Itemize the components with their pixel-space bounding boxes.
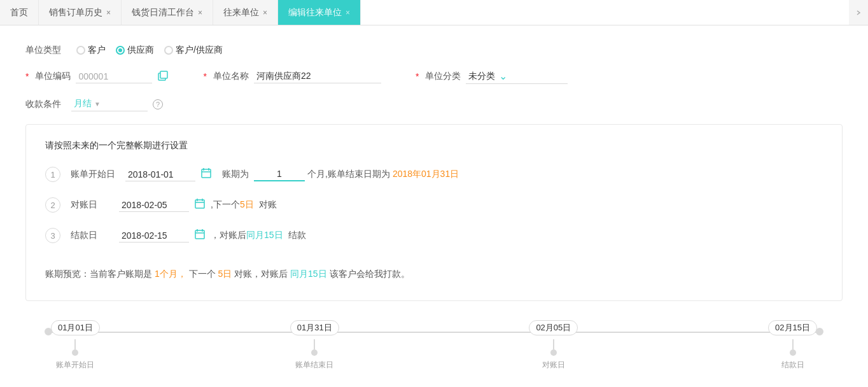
unit-type-field: 单位类型 [25, 45, 61, 56]
step-2-cal-icon[interactable] [194, 198, 206, 212]
step-3-date-input[interactable] [119, 229, 189, 243]
tab-more-chevron[interactable] [849, 0, 868, 25]
step-3-desc-highlight: 同月15日 [246, 230, 283, 241]
step-2-label: 对账日 [71, 199, 109, 211]
step-3-cal-icon[interactable] [194, 229, 206, 243]
unit-name-input[interactable] [254, 70, 381, 83]
svg-rect-10 [195, 230, 204, 239]
preview-mid2: 对账，对账后 [234, 269, 288, 279]
payment-chevron-icon: ▼ [94, 101, 101, 108]
unit-category-star: * [416, 71, 419, 81]
preview-suffix: 该客户会给我打款。 [330, 269, 410, 279]
tab-cash-work[interactable]: 钱货日清工作台 × [122, 0, 213, 25]
radio-customer[interactable]: 客户 [76, 45, 106, 56]
timeline-label-1: 账单开始日 [56, 360, 94, 370]
unit-name-star: * [203, 71, 206, 81]
unit-name-field: * 单位名称 [203, 70, 381, 83]
timeline-point-3: 02月05日 对账日 [529, 320, 578, 370]
step-1-period-unit: 个月,账单结束日期为 [307, 169, 390, 180]
preview-h1: 1个月， [155, 269, 186, 279]
preview-h2: 5日 [218, 269, 232, 279]
timeline-start-dot [45, 328, 52, 335]
timeline-end-dot [816, 328, 823, 335]
step-1-label: 账单开始日 [71, 169, 115, 180]
unit-code-field: * 单位编码 [25, 70, 169, 83]
step-1-date-input[interactable] [125, 168, 195, 181]
tab-sales-history-label: 销售订单历史 [49, 7, 102, 18]
tab-edit-partner-label: 编辑往来单位 [288, 7, 342, 18]
radio-supplier-label: 供应商 [127, 45, 154, 56]
timeline-point-1: 01月01日 账单开始日 [51, 320, 100, 370]
tab-partner[interactable]: 往来单位 × [213, 0, 278, 25]
step-1-period-end: 2018年01月31日 [393, 169, 459, 180]
step-2-row: 2 对账日 ,下一个 5日 对账 [45, 197, 823, 213]
step-2-desc-suffix: 对账 [259, 199, 277, 211]
svg-rect-6 [195, 200, 204, 208]
step-3-label: 结款日 [71, 230, 109, 241]
unit-category-field: * 单位分类 未分类 ⌄ [416, 69, 568, 84]
unit-code-input[interactable] [76, 70, 152, 83]
tab-edit-partner-close[interactable]: × [346, 8, 350, 17]
payment-select-value: 月结 [74, 98, 92, 109]
radio-supplier-circle [116, 46, 125, 55]
period-input[interactable] [254, 167, 305, 181]
radio-both[interactable]: 客户/供应商 [164, 45, 223, 56]
step-3-num: 3 [45, 228, 60, 243]
step-3-row: 3 结款日 ，对账后 同月15日 结款 [45, 228, 823, 243]
tab-partner-close[interactable]: × [263, 8, 267, 17]
timeline-badge-3: 02月05日 [529, 320, 578, 335]
unit-info-row: * 单位编码 * 单位名称 * 单位分类 未分类 ⌄ [25, 69, 843, 84]
help-icon[interactable]: ? [153, 99, 163, 109]
classify-arrow-icon: ⌄ [499, 70, 507, 82]
timeline-point-2: 01月31日 账单结束日 [290, 320, 339, 370]
timeline: 01月01日 账单开始日 01月31日 账单结束日 02月05日 [25, 314, 843, 377]
timeline-start-circle [45, 328, 52, 335]
copy-icon[interactable] [157, 70, 169, 83]
timeline-connector-2 [314, 339, 315, 349]
preview-mid: 下一个 [189, 269, 216, 279]
tab-edit-partner[interactable]: 编辑往来单位 × [278, 0, 361, 25]
section-box: 请按照未来的一个完整帐期进行设置 1 账单开始日 账期为 个月,账单结束日期为 … [25, 124, 843, 301]
tab-sales-history[interactable]: 销售订单历史 × [39, 0, 122, 25]
preview-h3: 同月15日 [290, 269, 327, 279]
tab-cash-work-label: 钱货日清工作台 [132, 7, 194, 18]
step-2-num: 2 [45, 197, 60, 213]
main-content: 单位类型 客户 供应商 客户/供应商 * 单位编码 [0, 25, 868, 387]
step-1-cal-icon[interactable] [200, 167, 212, 181]
timeline-label-2: 账单结束日 [295, 360, 333, 370]
tab-sales-history-close[interactable]: × [106, 8, 111, 17]
step-2-desc-highlight: 5日 [240, 199, 254, 211]
preview-prefix: 账期预览：当前客户账期是 [45, 269, 152, 279]
tab-home[interactable]: 首页 [0, 0, 39, 25]
payment-field: 收款条件 月结 ▼ ? [25, 97, 163, 111]
unit-category-select[interactable]: 未分类 ⌄ [466, 69, 568, 84]
unit-category-value: 未分类 [468, 71, 495, 82]
timeline-dot-3 [550, 349, 557, 356]
step-1-period-label: 账期为 [222, 169, 249, 180]
timeline-label-3: 对账日 [542, 360, 565, 370]
payment-select[interactable]: 月结 ▼ [71, 97, 148, 111]
preview-text: 账期预览：当前客户账期是 1个月， 下一个 5日 对账，对账后 同月15日 该客… [45, 258, 823, 285]
step-2-date-input[interactable] [119, 199, 189, 212]
timeline-badge-2: 01月31日 [290, 320, 339, 335]
step-3-desc-suffix: 结款 [288, 230, 306, 241]
timeline-dot-1 [72, 349, 78, 356]
unit-code-star: * [25, 71, 29, 81]
radio-group: 客户 供应商 客户/供应商 [76, 45, 223, 56]
step-2-desc-prefix: ,下一个 [211, 199, 240, 211]
timeline-dot-2 [311, 349, 318, 356]
unit-type-row: 单位类型 客户 供应商 客户/供应商 [25, 45, 843, 56]
section-title: 请按照未来的一个完整帐期进行设置 [45, 140, 823, 151]
tab-cash-work-close[interactable]: × [198, 8, 202, 17]
radio-both-label: 客户/供应商 [176, 45, 223, 56]
timeline-label-4: 结款日 [781, 360, 804, 370]
radio-customer-circle [76, 46, 85, 55]
radio-supplier[interactable]: 供应商 [116, 45, 154, 56]
timeline-point-4: 02月15日 结款日 [768, 320, 817, 370]
unit-name-label: 单位名称 [213, 71, 249, 82]
timeline-badge-1: 01月01日 [51, 320, 100, 335]
step-1-num: 1 [45, 167, 60, 182]
timeline-dot-4 [790, 349, 796, 356]
timeline-connector-4 [792, 339, 794, 349]
timeline-badge-4: 02月15日 [768, 320, 817, 335]
